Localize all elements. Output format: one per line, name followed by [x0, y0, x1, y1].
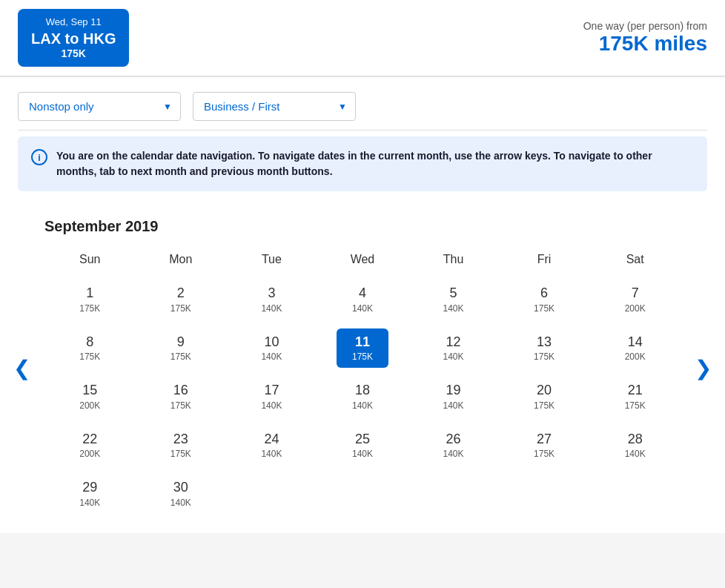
calendar-day[interactable]: 12140K: [428, 328, 480, 369]
calendar-day[interactable]: 6175K: [518, 280, 570, 320]
day-number: 3: [268, 285, 275, 302]
calendar-cell[interactable]: 16175K: [136, 372, 227, 421]
calendar-week-row: 22200K23175K24140K25140K26140K27175K2814…: [44, 421, 681, 470]
calendar-cell[interactable]: 19140K: [408, 372, 499, 421]
calendar-day[interactable]: 16175K: [155, 377, 207, 417]
price-info: One way (per person) from 175K miles: [583, 20, 707, 56]
day-miles: 200K: [79, 400, 100, 411]
calendar-cell[interactable]: 5140K: [408, 275, 499, 324]
day-number: 16: [173, 383, 188, 399]
calendar-day[interactable]: 29140K: [64, 474, 116, 514]
calendar-day[interactable]: 26140K: [428, 426, 480, 466]
calendar-cell[interactable]: 29140K: [44, 469, 136, 518]
day-number: 8: [86, 334, 93, 351]
calendar-day[interactable]: 14200K: [609, 328, 661, 369]
day-number: 4: [359, 285, 366, 302]
calendar-day-selected[interactable]: 11175K: [337, 328, 388, 369]
day-miles: 140K: [443, 449, 464, 459]
calendar-cell[interactable]: 2175K: [136, 275, 227, 324]
calendar-day[interactable]: 17140K: [245, 377, 297, 417]
calendar-cell[interactable]: 10140K: [226, 324, 317, 373]
day-miles: 140K: [625, 449, 646, 459]
day-miles: 175K: [352, 351, 373, 362]
calendar-day[interactable]: 4140K: [337, 280, 388, 320]
day-number: 22: [82, 432, 97, 448]
calendar-cell[interactable]: 30140K: [136, 469, 227, 518]
calendar-cell[interactable]: 14200K: [589, 324, 681, 373]
calendar-week-row: 1175K2175K3140K4140K5140K6175K7200K: [44, 275, 681, 324]
calendar-day[interactable]: 28140K: [609, 426, 661, 466]
calendar-day[interactable]: 15200K: [64, 377, 116, 417]
calendar-cell[interactable]: 24140K: [226, 421, 317, 470]
calendar-cell[interactable]: 7200K: [589, 275, 681, 324]
calendar-cell[interactable]: 25140K: [317, 421, 408, 470]
price-miles: 175K miles: [583, 32, 707, 56]
calendar-day[interactable]: 23175K: [155, 426, 207, 466]
next-month-button[interactable]: ❯: [689, 350, 718, 386]
cabin-select[interactable]: Business / First Economy Premium Economy: [193, 92, 356, 121]
calendar-day[interactable]: 25140K: [337, 426, 388, 466]
calendar-day[interactable]: 7200K: [609, 280, 661, 320]
calendar-cell[interactable]: 8175K: [44, 324, 136, 373]
day-number: 6: [540, 285, 548, 302]
calendar-day[interactable]: 13175K: [518, 328, 570, 369]
calendar-day[interactable]: 10140K: [245, 328, 297, 369]
calendar-day[interactable]: 5140K: [428, 280, 480, 320]
calendar-day[interactable]: 18140K: [337, 377, 388, 417]
calendar-day[interactable]: 30140K: [155, 474, 207, 514]
calendar-cell[interactable]: 22200K: [44, 421, 136, 470]
calendar-header-thu: Thu: [408, 247, 499, 275]
day-number: 25: [355, 432, 370, 448]
calendar-day[interactable]: 9175K: [155, 328, 207, 369]
day-number: 5: [450, 285, 457, 302]
day-miles: 140K: [443, 400, 464, 411]
day-number: 27: [537, 432, 552, 448]
calendar-cell[interactable]: 3140K: [226, 275, 317, 324]
day-number: 21: [628, 383, 643, 399]
calendar-day[interactable]: 3140K: [245, 280, 297, 320]
day-number: 10: [264, 334, 279, 351]
calendar-day[interactable]: 27175K: [518, 426, 570, 466]
calendar-cell[interactable]: 1175K: [44, 275, 136, 324]
calendar-cell[interactable]: 12140K: [408, 324, 499, 373]
calendar-cell[interactable]: 26140K: [408, 421, 499, 470]
calendar-header-mon: Mon: [136, 247, 227, 275]
day-miles: 140K: [171, 498, 191, 508]
calendar-day[interactable]: 1175K: [64, 280, 116, 320]
calendar-day[interactable]: 19140K: [428, 377, 480, 417]
calendar-day[interactable]: 2175K: [155, 280, 207, 320]
calendar-day[interactable]: 21175K: [609, 377, 661, 417]
calendar-cell[interactable]: 13175K: [499, 324, 590, 373]
calendar-cell[interactable]: 21175K: [589, 372, 681, 421]
calendar-cell[interactable]: 6175K: [499, 275, 590, 324]
calendar-cell[interactable]: 27175K: [499, 421, 590, 470]
calendar-cell[interactable]: 18140K: [317, 372, 408, 421]
calendar-cell[interactable]: 20175K: [499, 372, 590, 421]
day-number: 2: [177, 285, 185, 302]
stops-select[interactable]: Nonstop only All flights: [18, 92, 181, 121]
calendar-header-row: SunMonTueWedThuFriSat: [44, 247, 681, 275]
calendar-cell[interactable]: 17140K: [226, 372, 317, 421]
day-miles: 140K: [261, 400, 282, 411]
info-icon: i: [31, 149, 47, 165]
header: Wed, Sep 11 LAX to HKG 175K One way (per…: [0, 0, 725, 77]
calendar-day[interactable]: 24140K: [245, 426, 297, 466]
calendar-cell[interactable]: 4140K: [317, 275, 408, 324]
calendar-cell[interactable]: 11175K: [317, 324, 408, 373]
calendar-cell: [226, 469, 317, 518]
day-number: 17: [264, 383, 279, 399]
calendar-cell[interactable]: 23175K: [136, 421, 227, 470]
day-number: 11: [355, 334, 370, 351]
calendar-week-row: 15200K16175K17140K18140K19140K20175K2117…: [44, 372, 681, 421]
calendar-day[interactable]: 20175K: [518, 377, 570, 417]
day-miles: 140K: [261, 303, 282, 314]
day-miles: 140K: [352, 449, 373, 459]
calendar-cell[interactable]: 9175K: [136, 324, 227, 373]
day-number: 23: [173, 432, 188, 448]
day-miles: 175K: [534, 351, 554, 362]
calendar-cell[interactable]: 28140K: [589, 421, 681, 470]
calendar-cell[interactable]: 15200K: [44, 372, 136, 421]
calendar-day[interactable]: 22200K: [64, 426, 116, 466]
prev-month-button[interactable]: ❮: [7, 350, 36, 386]
calendar-day[interactable]: 8175K: [64, 328, 116, 369]
